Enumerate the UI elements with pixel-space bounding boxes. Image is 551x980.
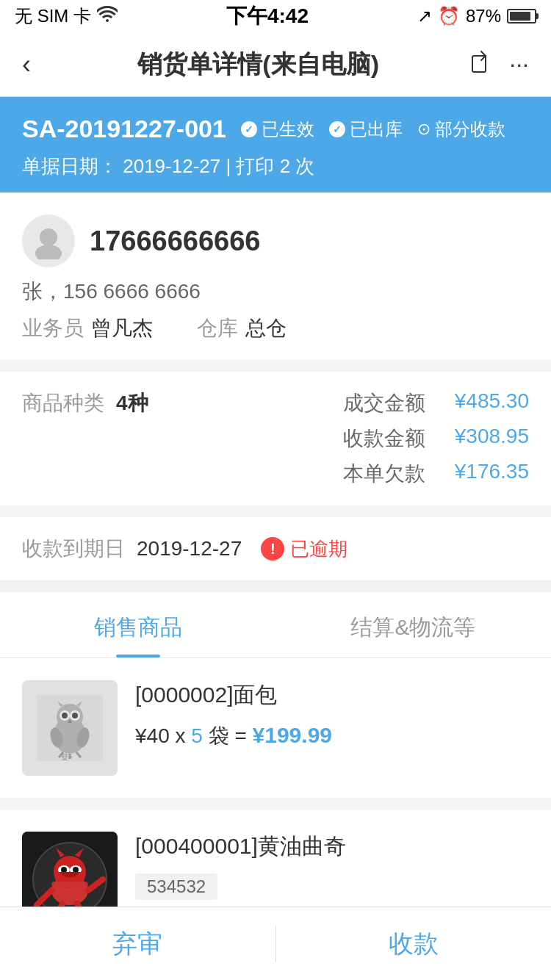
customer-name: 张，156 6666 6666	[22, 278, 529, 306]
back-button[interactable]: ‹	[22, 49, 46, 80]
due-card: 收款到期日 2019-12-27 ! 已逾期	[0, 517, 551, 580]
svg-point-26	[73, 867, 79, 873]
svg-rect-29	[51, 882, 88, 887]
order-id-row: SA-20191227-001 ✓ 已生效 ✓ 已出库 ⊙ 部分收款	[22, 115, 529, 143]
section-divider	[0, 580, 551, 592]
nav-actions: ···	[471, 50, 529, 79]
salesman-value: 曾凡杰	[91, 314, 153, 342]
wifi-icon	[97, 6, 118, 26]
salesman-meta: 业务员 曾凡杰	[22, 314, 153, 342]
debt-label: 本单欠款	[343, 460, 425, 488]
product-image-1: 登+	[22, 680, 118, 776]
svg-text:登+: 登+	[61, 753, 73, 761]
customer-phone: 17666666666	[90, 226, 260, 257]
due-date-label: 收款到期日	[22, 535, 125, 563]
summary-right: 成交金额 ¥485.30 收款金额 ¥308.95 本单欠款 ¥176.35	[343, 389, 529, 488]
svg-point-8	[62, 713, 68, 718]
more-button[interactable]: ···	[509, 51, 529, 78]
overdue-text: 已逾期	[290, 536, 347, 562]
carrier-text: 无 SIM 卡	[15, 4, 91, 28]
product-price-1: ¥40 x 5 袋 = ¥199.99	[135, 722, 529, 750]
share-button[interactable]	[471, 50, 494, 79]
product-name-2: [000400001]黄油曲奇	[135, 832, 529, 862]
warehouse-label: 仓库	[197, 314, 238, 342]
product-qty-1: 5	[191, 724, 203, 747]
check-icon-shipped: ✓	[329, 121, 345, 137]
summary-left: 商品种类 4种	[22, 389, 148, 417]
debt-value: ¥176.35	[455, 460, 529, 488]
transaction-amount-row: 成交金额 ¥485.30	[343, 389, 529, 417]
svg-point-9	[72, 713, 78, 718]
status-bar: 无 SIM 卡 下午4:42 ↗ ⏰ 87%	[0, 0, 551, 32]
received-label: 收款金额	[343, 425, 425, 453]
summary-card: 商品种类 4种 成交金额 ¥485.30 收款金额 ¥308.95 本单欠款 ¥…	[0, 372, 551, 505]
battery-percent: 87%	[466, 6, 501, 26]
avatar	[22, 215, 75, 267]
status-left: 无 SIM 卡	[15, 4, 118, 28]
page-title: 销货单详情(来自电脑)	[46, 48, 471, 82]
tab-sales-products[interactable]: 销售商品	[0, 592, 276, 657]
overdue-badge: ! 已逾期	[261, 536, 347, 562]
warehouse-meta: 仓库 总仓	[197, 314, 287, 342]
time-display: 下午4:42	[226, 2, 309, 30]
product-name-1: [0000002]面包	[135, 680, 529, 710]
debt-amount-row: 本单欠款 ¥176.35	[343, 460, 529, 488]
product-info-1: [0000002]面包 ¥40 x 5 袋 = ¥199.99	[135, 680, 529, 750]
due-date-value: 2019-12-27	[137, 537, 242, 561]
customer-top: 17666666666	[22, 215, 529, 267]
bottom-bar: 弃审 收款	[0, 907, 551, 980]
nav-bar: ‹ 销货单详情(来自电脑) ···	[0, 32, 551, 97]
clock-icon: ⊙	[417, 120, 431, 139]
product-sku-2: 534532	[135, 873, 217, 900]
transaction-value: ¥485.30	[455, 389, 529, 417]
tab-settlement[interactable]: 结算&物流等	[276, 592, 551, 657]
order-banner: SA-20191227-001 ✓ 已生效 ✓ 已出库 ⊙ 部分收款 单据日期：…	[0, 97, 551, 192]
svg-point-1	[40, 228, 57, 246]
check-icon-effective: ✓	[241, 121, 257, 137]
product-kinds-value: 4种	[116, 389, 148, 417]
customer-meta: 业务员 曾凡杰 仓库 总仓	[22, 314, 529, 342]
warehouse-value: 总仓	[245, 314, 287, 342]
battery-icon	[507, 9, 536, 24]
confirm-payment-button[interactable]: 收款	[276, 912, 552, 976]
status-right: ↗ ⏰ 87%	[417, 6, 536, 26]
svg-point-2	[35, 245, 62, 259]
salesman-label: 业务员	[22, 314, 84, 342]
location-icon: ↗	[417, 6, 432, 26]
list-item: 登+ [0000002]面包 ¥40 x 5 袋 = ¥199.99	[0, 658, 551, 798]
order-id: SA-20191227-001	[22, 115, 226, 143]
transaction-label: 成交金额	[343, 389, 425, 417]
tabs: 销售商品 结算&物流等	[0, 592, 551, 658]
received-value: ¥308.95	[455, 425, 529, 453]
product-kinds-label: 商品种类	[22, 389, 104, 417]
date-label: 单据日期：	[22, 155, 118, 177]
order-date-row: 单据日期： 2019-12-27 | 打印 2 次	[22, 154, 529, 179]
status-badge-effective: ✓ 已生效	[241, 118, 314, 141]
cancel-review-button[interactable]: 弃审	[0, 912, 276, 976]
status-badge-shipped: ✓ 已出库	[329, 118, 403, 141]
status-badge-partial: ⊙ 部分收款	[417, 118, 505, 141]
alarm-icon: ⏰	[438, 6, 460, 26]
customer-card: 17666666666 张，156 6666 6666 业务员 曾凡杰 仓库 总…	[0, 192, 551, 360]
overdue-icon: !	[261, 537, 284, 561]
print-info: | 打印 2 次	[226, 155, 314, 177]
svg-point-25	[61, 867, 67, 873]
received-amount-row: 收款金额 ¥308.95	[343, 425, 529, 453]
order-date: 2019-12-27	[123, 155, 220, 177]
product-total-1: ¥199.99	[253, 723, 332, 747]
